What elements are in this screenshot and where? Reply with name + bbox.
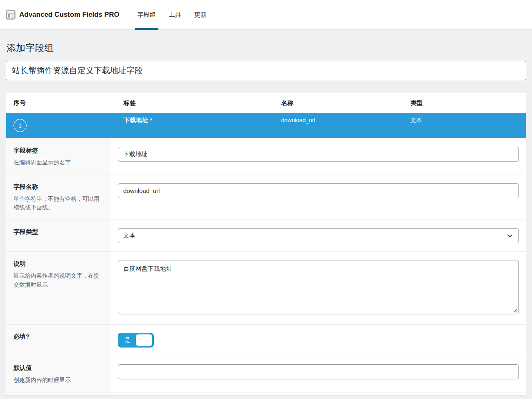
header-tabs: 字段组 工具 更新 — [131, 0, 213, 30]
field-name-input[interactable] — [118, 183, 519, 198]
field-label-cell[interactable]: 下载地址 * — [118, 113, 275, 124]
setting-control-cell — [111, 139, 526, 175]
field-group-title-input[interactable] — [6, 61, 526, 80]
setting-control-cell: 是 — [111, 325, 526, 356]
toggle-on-label: 是 — [124, 336, 130, 344]
textarea-resize-grip[interactable] — [512, 308, 517, 313]
setting-row-instructions: 说明 显示给内容作者的说明文字，在提交数据时显示 百度网盘下载地址 — [6, 251, 526, 324]
setting-label-cell: 默认值 创建新内容的时候显示 — [6, 356, 111, 392]
app-title: Advanced Custom Fields PRO — [19, 11, 119, 19]
tab-tools[interactable]: 工具 — [162, 0, 188, 30]
setting-label: 默认值 — [14, 364, 104, 372]
column-header-order: 序号 — [6, 99, 118, 107]
setting-label-cell: 字段类型 — [6, 220, 111, 251]
field-order-cell: 1 — [6, 119, 118, 132]
field-row-download-url[interactable]: 1 下载地址 * download_url 文本 — [6, 113, 526, 138]
column-header-name: 名称 — [275, 99, 405, 107]
setting-control-cell: 百度网盘下载地址 — [111, 252, 526, 324]
setting-description: 在编辑界面显示的名字 — [14, 158, 104, 167]
setting-control-cell — [111, 175, 526, 220]
page-title: 添加字段组 — [6, 30, 526, 61]
setting-label: 字段名称 — [14, 183, 104, 191]
setting-row-required: 必填? 是 — [6, 324, 526, 356]
setting-label-cell: 字段标签 在编辑界面显示的名字 — [6, 139, 111, 175]
chevron-down-icon — [506, 232, 514, 240]
acf-header-bar: Advanced Custom Fields PRO 字段组 工具 更新 — [0, 0, 532, 30]
setting-description: 单个字符串，不能有空格，可以用横线或下画线。 — [14, 195, 104, 212]
required-asterisk: * — [150, 117, 152, 123]
field-label-input[interactable] — [118, 147, 519, 162]
toggle-knob — [136, 334, 152, 346]
setting-label: 必填? — [14, 333, 104, 341]
setting-label-cell: 必填? — [6, 325, 111, 356]
tab-updates[interactable]: 更新 — [188, 0, 213, 30]
field-type-select[interactable]: 文本 — [118, 228, 519, 243]
setting-control-cell: 文本 — [111, 220, 526, 251]
setting-label-cell: 字段名称 单个字符串，不能有空格，可以用横线或下画线。 — [6, 175, 111, 220]
setting-row-field-label: 字段标签 在编辑界面显示的名字 — [6, 138, 526, 175]
setting-label-cell: 说明 显示给内容作者的说明文字，在提交数据时显示 — [6, 252, 111, 324]
setting-label: 说明 — [14, 260, 104, 268]
setting-label: 字段类型 — [14, 228, 104, 236]
page-content: 添加字段组 序号 标签 名称 类型 1 下载地址 * download_url … — [0, 30, 532, 395]
instructions-textarea[interactable]: 百度网盘下载地址 — [118, 260, 519, 314]
field-table-header: 序号 标签 名称 类型 — [6, 93, 526, 113]
next-setting-row-partial — [6, 392, 526, 395]
setting-row-field-name: 字段名称 单个字符串，不能有空格，可以用横线或下画线。 — [6, 175, 526, 220]
tab-field-groups[interactable]: 字段组 — [131, 0, 162, 30]
column-header-type: 类型 — [405, 99, 526, 107]
setting-row-field-type: 字段类型 文本 — [6, 220, 526, 251]
setting-control-cell — [111, 356, 526, 392]
field-order-badge[interactable]: 1 — [14, 119, 27, 132]
default-value-input[interactable] — [118, 364, 519, 379]
setting-row-default-value: 默认值 创建新内容的时候显示 — [6, 356, 526, 392]
column-header-label: 标签 — [118, 99, 275, 107]
setting-label: 字段标签 — [14, 147, 104, 155]
field-label-text: 下载地址 — [124, 117, 148, 123]
field-group-panel: 序号 标签 名称 类型 1 下载地址 * download_url 文本 字段标… — [6, 93, 526, 395]
field-type-selected-value: 文本 — [123, 232, 135, 240]
required-toggle[interactable]: 是 — [118, 333, 154, 347]
setting-description: 创建新内容的时候显示 — [14, 376, 104, 385]
field-name-cell: download_url — [275, 113, 405, 123]
setting-description: 显示给内容作者的说明文字，在提交数据时显示 — [14, 271, 104, 289]
field-type-cell: 文本 — [405, 113, 526, 124]
acf-logo-icon — [6, 10, 16, 20]
